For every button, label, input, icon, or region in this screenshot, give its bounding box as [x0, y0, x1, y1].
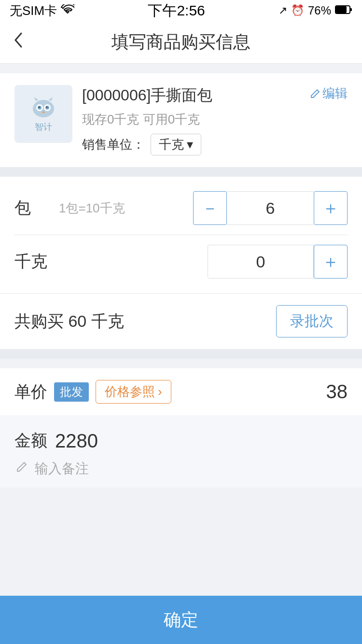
bag-label: 包 — [14, 197, 53, 219]
svg-rect-2 — [336, 6, 347, 13]
bag-minus-button[interactable]: － — [193, 191, 227, 225]
price-ref-button[interactable]: 价格参照 › — [96, 380, 171, 404]
svg-point-3 — [33, 100, 54, 117]
brand-text: 智计 — [35, 121, 52, 133]
separator-2 — [0, 349, 362, 359]
price-section: 单价 批发 价格参照 › 38 — [0, 368, 362, 415]
carrier-text: 无SIM卡 — [10, 2, 57, 19]
chevron-right-icon: › — [158, 384, 162, 399]
chevron-down-icon: ▾ — [187, 137, 193, 152]
price-label: 单价 — [14, 381, 47, 403]
location-icon: ↗ — [278, 4, 287, 17]
kg-qty-control: ＋ — [208, 245, 348, 279]
kg-qty-input[interactable] — [208, 245, 314, 279]
amount-label: 金额 — [14, 430, 47, 452]
svg-marker-11 — [34, 97, 39, 101]
svg-point-8 — [39, 107, 40, 108]
nav-bar: 填写商品购买信息 — [0, 21, 362, 64]
kg-label: 千克 — [14, 251, 53, 273]
note-placeholder[interactable]: 输入备注 — [35, 460, 89, 478]
bag-plus-button[interactable]: ＋ — [314, 191, 348, 225]
page-title: 填写商品购买信息 — [111, 30, 251, 54]
status-right: ↗ ⏰ 76% — [278, 4, 352, 17]
kg-plus-button[interactable]: ＋ — [314, 245, 348, 279]
battery-text: 76% — [308, 4, 331, 17]
product-info: [0000006]手撕面包 编辑 现存0千克 可用0千克 销售单位： 千克 ▾ — [82, 85, 348, 155]
svg-marker-12 — [48, 97, 53, 101]
status-bar: 无SIM卡 下午2:56 ↗ ⏰ 76% — [0, 0, 362, 21]
back-button[interactable] — [12, 29, 25, 55]
note-row[interactable]: 输入备注 — [14, 460, 348, 478]
product-image: 智计 — [14, 85, 72, 143]
confirm-btn-label: 确定 — [164, 608, 198, 632]
status-time: 下午2:56 — [148, 1, 205, 21]
batch-button[interactable]: 录批次 — [276, 305, 348, 337]
amount-section: 金额 2280 输入备注 — [0, 415, 362, 488]
status-carrier: 无SIM卡 — [10, 2, 74, 19]
product-stock: 现存0千克 可用0千克 — [82, 111, 348, 128]
separator-1 — [0, 167, 362, 177]
battery-icon — [335, 4, 352, 17]
confirm-button[interactable]: 确定 — [0, 596, 362, 644]
bag-qty-control: － ＋ — [193, 191, 348, 225]
svg-rect-1 — [350, 8, 352, 11]
price-tag: 批发 — [54, 382, 89, 402]
total-section: 共购买 60 千克 录批次 — [0, 293, 362, 349]
bag-hint: 1包=10千克 — [59, 200, 193, 217]
unit-select[interactable]: 千克 ▾ — [151, 134, 201, 155]
product-name: [0000006]手撕面包 — [82, 85, 212, 106]
bag-row: 包 1包=10千克 － ＋ — [14, 191, 348, 225]
total-text: 共购买 60 千克 — [14, 310, 124, 333]
bag-input-section: 包 1包=10千克 － ＋ 千克 ＋ — [0, 177, 362, 293]
product-card: 智计 [0000006]手撕面包 编辑 现存0千克 可用0千克 销售单位： 千克… — [0, 73, 362, 167]
amount-row: 金额 2280 — [14, 430, 348, 452]
kg-row: 千克 ＋ — [14, 245, 348, 279]
amount-value: 2280 — [55, 430, 98, 452]
edit-button[interactable]: 编辑 — [310, 85, 348, 102]
divider-1 — [14, 235, 348, 235]
price-value: 38 — [326, 381, 348, 403]
svg-point-9 — [46, 107, 48, 108]
bag-qty-input[interactable] — [227, 191, 314, 225]
product-unit-row: 销售单位： 千克 ▾ — [82, 134, 348, 155]
note-icon — [14, 461, 28, 477]
alarm-icon: ⏰ — [291, 4, 304, 17]
wifi-icon — [61, 3, 74, 18]
